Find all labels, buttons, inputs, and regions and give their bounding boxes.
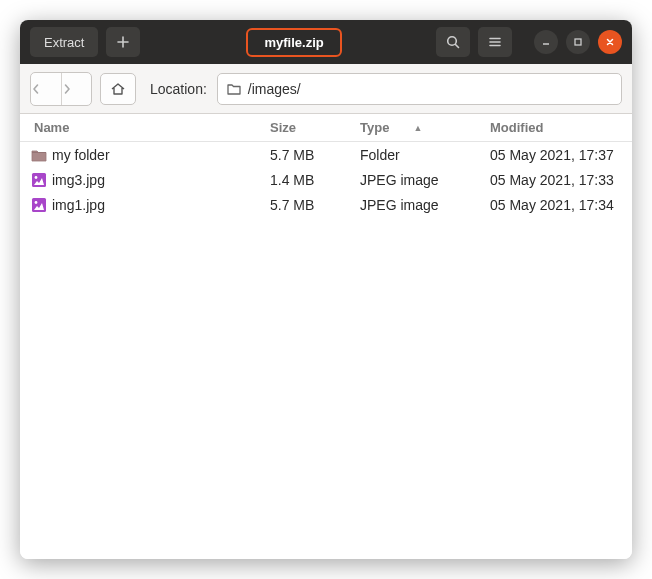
file-size: 5.7 MB: [270, 147, 360, 163]
maximize-button[interactable]: [566, 30, 590, 54]
file-name: img1.jpg: [52, 197, 105, 213]
back-button[interactable]: [31, 73, 61, 105]
location-label: Location:: [150, 81, 207, 97]
search-icon: [445, 34, 461, 50]
table-row[interactable]: my folder5.7 MBFolder05 May 2021, 17:37: [20, 142, 632, 167]
file-modified: 05 May 2021, 17:33: [490, 172, 632, 188]
search-button[interactable]: [436, 27, 470, 57]
column-header-name[interactable]: Name: [20, 120, 270, 135]
file-type: JPEG image: [360, 197, 490, 213]
close-icon: [605, 37, 615, 47]
close-button[interactable]: [598, 30, 622, 54]
column-header-type-label: Type: [360, 120, 389, 135]
svg-point-5: [35, 201, 38, 204]
file-modified: 05 May 2021, 17:34: [490, 197, 632, 213]
image-icon: [30, 196, 48, 214]
location-value: /images/: [248, 81, 301, 97]
plus-icon: [116, 35, 130, 49]
image-icon: [30, 171, 48, 189]
extract-button[interactable]: Extract: [30, 27, 98, 57]
folder-icon: [226, 81, 242, 97]
file-size: 5.7 MB: [270, 197, 360, 213]
column-headers: Name Size Type ▲ Modified: [20, 114, 632, 142]
table-row[interactable]: img3.jpg1.4 MBJPEG image05 May 2021, 17:…: [20, 167, 632, 192]
svg-point-3: [35, 176, 38, 179]
archive-manager-window: Extract myfile.zip: [20, 20, 632, 559]
home-icon: [109, 80, 127, 98]
new-tab-button[interactable]: [106, 27, 140, 57]
forward-button[interactable]: [61, 73, 91, 105]
location-input[interactable]: /images/: [217, 73, 622, 105]
file-name: img3.jpg: [52, 172, 105, 188]
sort-ascending-icon: ▲: [413, 123, 422, 133]
chevron-left-icon: [31, 83, 41, 95]
column-header-modified[interactable]: Modified: [490, 120, 632, 135]
maximize-icon: [573, 37, 583, 47]
minimize-button[interactable]: [534, 30, 558, 54]
nav-buttons: [30, 72, 92, 106]
toolbar: Location: /images/: [20, 64, 632, 114]
table-row[interactable]: img1.jpg5.7 MBJPEG image05 May 2021, 17:…: [20, 192, 632, 217]
file-type: JPEG image: [360, 172, 490, 188]
chevron-right-icon: [62, 83, 72, 95]
file-modified: 05 May 2021, 17:37: [490, 147, 632, 163]
file-list: my folder5.7 MBFolder05 May 2021, 17:37i…: [20, 142, 632, 559]
file-type: Folder: [360, 147, 490, 163]
column-header-type[interactable]: Type ▲: [360, 120, 490, 135]
menu-button[interactable]: [478, 27, 512, 57]
file-size: 1.4 MB: [270, 172, 360, 188]
svg-rect-1: [575, 39, 581, 45]
hamburger-icon: [487, 34, 503, 50]
home-button[interactable]: [100, 73, 136, 105]
minimize-icon: [541, 37, 551, 47]
file-name: my folder: [52, 147, 110, 163]
folder-icon: [30, 146, 48, 164]
column-header-size[interactable]: Size: [270, 120, 360, 135]
archive-title: myfile.zip: [246, 28, 341, 57]
titlebar: Extract myfile.zip: [20, 20, 632, 64]
